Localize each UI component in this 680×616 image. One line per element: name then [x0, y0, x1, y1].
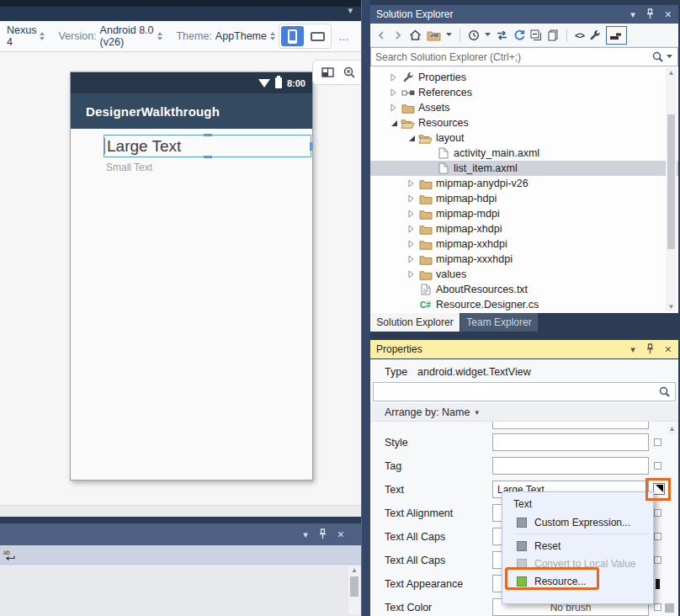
tree-item-resource-designer-cs[interactable]: C#Resource.Designer.cs: [370, 297, 678, 312]
bottom-panel-scrollbar[interactable]: ▲: [348, 566, 360, 614]
scroll-up-icon[interactable]: ▲: [348, 566, 360, 575]
property-value-box[interactable]: [492, 422, 649, 429]
property-marker-empty[interactable]: [654, 603, 661, 611]
selected-textview-large[interactable]: Large Text: [104, 135, 311, 157]
chevron-down-icon[interactable]: ▾: [348, 5, 353, 16]
word-wrap-icon[interactable]: ab: [3, 550, 18, 560]
property-value-box[interactable]: [492, 457, 649, 475]
theme-selector[interactable]: AppTheme: [215, 30, 267, 42]
property-marker-empty[interactable]: [654, 509, 661, 517]
menu-item-reset[interactable]: Reset: [502, 537, 653, 555]
tree-item-mipmap-mdpi[interactable]: mipmap-mdpi: [370, 206, 678, 221]
textview-small[interactable]: Small Text: [106, 162, 152, 173]
tree-item-aboutresources-txt[interactable]: AboutResources.txt: [370, 282, 678, 297]
expander-expanded-icon[interactable]: [388, 119, 400, 127]
spinner-icon[interactable]: [40, 32, 45, 40]
expander-collapsed-icon[interactable]: [406, 179, 417, 188]
tree-item-mipmap-anydpi-v26[interactable]: mipmap-anydpi-v26: [370, 176, 678, 191]
designer-canvas[interactable]: 8:00 DesignerWalkthrough Large Text Smal…: [0, 52, 361, 517]
expander-collapsed-icon[interactable]: [406, 225, 417, 233]
spinner-icon[interactable]: [270, 32, 275, 40]
search-icon[interactable]: [652, 51, 663, 62]
search-caret-icon[interactable]: [667, 55, 672, 59]
close-icon[interactable]: ×: [665, 343, 672, 355]
window-menu-icon[interactable]: ▾: [630, 345, 635, 354]
tree-item-assets[interactable]: Assets: [370, 100, 678, 115]
landscape-button[interactable]: [306, 26, 329, 46]
property-value-box[interactable]: [492, 433, 649, 451]
show-all-files-icon[interactable]: [547, 29, 559, 41]
tree-item-mipmap-xhdpi[interactable]: mipmap-xhdpi: [370, 221, 678, 236]
dropdown-caret-icon[interactable]: [485, 33, 491, 37]
vertical-splitter[interactable]: [361, 0, 370, 616]
sync-with-active-document-icon[interactable]: [496, 30, 508, 40]
tree-item-references[interactable]: References: [370, 85, 678, 100]
menu-item-resource[interactable]: Resource...: [502, 572, 653, 590]
overflow-button[interactable]: …: [333, 30, 354, 43]
close-icon[interactable]: ×: [337, 528, 344, 540]
zoom-reset-icon[interactable]: [343, 66, 355, 78]
home-icon[interactable]: [409, 29, 422, 40]
scrollbar-thumb[interactable]: [350, 576, 359, 597]
tree-item-mipmap-xxhdpi[interactable]: mipmap-xxhdpi: [370, 236, 678, 252]
selection-handle-right[interactable]: [310, 142, 312, 151]
tree-scrollbar[interactable]: ▲ ▼: [666, 68, 677, 311]
scroll-up-icon[interactable]: ▲: [666, 68, 677, 77]
scrollbar-thumb[interactable]: [667, 114, 675, 249]
selection-handle-left[interactable]: [104, 138, 105, 154]
forward-icon[interactable]: [392, 29, 404, 41]
refresh-icon[interactable]: [513, 29, 525, 41]
menu-item-custom-expression[interactable]: Custom Expression...: [502, 513, 653, 531]
pending-changes-filter-icon[interactable]: [468, 29, 480, 41]
version-selector[interactable]: Android 8.0 (v26): [100, 24, 155, 48]
tab-team-explorer[interactable]: Team Explorer: [460, 313, 538, 332]
tree-item-properties[interactable]: Properties: [370, 70, 678, 85]
expander-collapsed-icon[interactable]: [388, 73, 400, 82]
grid-scroll-up-icon[interactable]: ▲: [667, 424, 677, 434]
switch-views-icon[interactable]: [427, 29, 441, 41]
expander-collapsed-icon[interactable]: [406, 210, 417, 218]
tree-item-values[interactable]: values: [370, 267, 678, 282]
layout-canvas[interactable]: Large Text Small Text: [71, 129, 312, 480]
selection-handle-top[interactable]: [204, 134, 212, 136]
back-icon[interactable]: [375, 29, 387, 41]
pin-icon[interactable]: [646, 8, 654, 21]
portrait-button[interactable]: [281, 26, 304, 46]
expander-collapsed-icon[interactable]: [388, 104, 400, 112]
expander-collapsed-icon[interactable]: [406, 255, 417, 263]
expander-collapsed-icon[interactable]: [388, 88, 400, 97]
pin-icon[interactable]: [646, 343, 654, 356]
property-marker-empty[interactable]: [654, 533, 661, 540]
tree-item-layout[interactable]: layout: [370, 130, 678, 146]
property-marker-corner[interactable]: [653, 483, 665, 495]
tab-solution-explorer[interactable]: Solution Explorer: [370, 313, 460, 332]
arrange-by-row[interactable]: Arrange by: Name ▾: [370, 403, 678, 422]
tree-item-list-item-axml[interactable]: list_item.axml: [370, 161, 678, 176]
spinner-icon[interactable]: [157, 32, 162, 40]
view-code-icon[interactable]: <>: [575, 30, 584, 40]
tree-item-mipmap-xxxhdpi[interactable]: mipmap-xxxhdpi: [370, 252, 678, 267]
property-marker-bar[interactable]: [656, 579, 660, 589]
properties-wrench-icon[interactable]: [589, 29, 601, 41]
expander-collapsed-icon[interactable]: [406, 194, 417, 203]
window-menu-icon[interactable]: ▾: [630, 10, 635, 19]
dropdown-caret-icon[interactable]: [446, 33, 452, 37]
close-icon[interactable]: ×: [665, 8, 672, 20]
layout-grid-icon[interactable]: [321, 67, 334, 77]
collapse-all-icon[interactable]: [530, 29, 542, 41]
selection-handle-bottom[interactable]: [204, 156, 212, 158]
tree-item-resources[interactable]: Resources: [370, 115, 678, 130]
color-swatch[interactable]: [665, 603, 674, 613]
expander-expanded-icon[interactable]: [406, 135, 417, 142]
property-marker-empty[interactable]: [654, 462, 661, 470]
preview-selected-items-toggle[interactable]: [606, 26, 627, 45]
device-selector[interactable]: Nexus 4: [7, 24, 36, 48]
scroll-down-icon[interactable]: ▼: [666, 302, 677, 311]
tree-item-activity-main-axml[interactable]: activity_main.axml: [370, 146, 678, 161]
expander-collapsed-icon[interactable]: [406, 240, 417, 248]
solution-search-input[interactable]: [371, 51, 652, 63]
tree-item-mipmap-hdpi[interactable]: mipmap-hdpi: [370, 191, 678, 206]
window-menu-icon[interactable]: ▾: [303, 530, 308, 539]
search-icon[interactable]: [659, 386, 670, 397]
properties-search-input[interactable]: [374, 386, 659, 398]
